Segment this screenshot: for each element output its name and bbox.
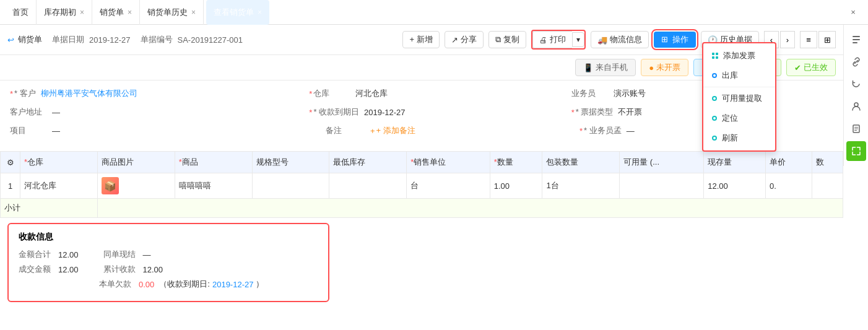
sidebar-log-icon[interactable]: [846, 119, 866, 139]
svg-rect-2: [853, 42, 857, 43]
list-view-button[interactable]: ≡: [800, 31, 817, 48]
menu-refresh[interactable]: 刷新: [703, 128, 775, 148]
product-image: 📦: [102, 177, 119, 194]
staff2-label: * 业务员孟: [584, 125, 622, 136]
tab-view-sales-order-close[interactable]: ×: [258, 8, 262, 17]
order-debt-date: 2019-12-27: [212, 280, 254, 289]
sidebar-refresh-icon[interactable]: [846, 74, 866, 94]
deal-amount-value: 12.00: [58, 265, 79, 274]
not-open-icon: ●: [649, 63, 654, 72]
effective-button[interactable]: ✔ 已生效: [786, 59, 836, 76]
grid-view-button[interactable]: ⊞: [818, 31, 836, 48]
tab-sales-order[interactable]: 销货单 ×: [92, 0, 140, 25]
warehouse-field: * 仓库 河北仓库: [309, 88, 571, 99]
not-open-ticket-button[interactable]: ● 未开票: [641, 59, 688, 76]
tab-inventory-init[interactable]: 库存期初 ×: [37, 0, 92, 25]
doc-title: ↩ 销货单: [7, 34, 42, 45]
copy-button-label: 复制: [503, 34, 519, 45]
row-no: 1: [1, 173, 20, 199]
sidebar-expand-icon[interactable]: [846, 141, 866, 161]
project-value: —: [52, 126, 60, 136]
new-button-label: + 新增: [409, 34, 432, 45]
tab-sales-order-close[interactable]: ×: [128, 8, 132, 17]
col-unit-price: 单价: [766, 152, 812, 173]
warehouse-required: *: [309, 89, 312, 98]
print-button[interactable]: 🖨 打印: [532, 31, 572, 48]
warehouse-label: 仓库: [313, 88, 350, 99]
operation-button[interactable]: ⊞ 操作: [654, 32, 696, 48]
share-button[interactable]: ↗ 分享: [445, 31, 484, 48]
order-debt-value: 0.00: [139, 280, 154, 289]
payment-date-value: 2019-12-27: [364, 108, 406, 117]
refresh-icon: [712, 136, 717, 141]
payment-date-label: * 收款到期日: [313, 106, 359, 118]
receipt-same-order-settle: 同单现结 —: [103, 249, 151, 260]
out-warehouse-label: 出库: [722, 70, 738, 81]
note-field: 备注 + + 添加备注: [326, 125, 579, 136]
doc-number-label: 单据编号: [141, 34, 173, 45]
product-table: ⚙ *仓库 商品图片 *商品 规格型号 最低库存 *销售单位 *数量 包装数量 …: [0, 151, 843, 218]
doc-number-field: 单据编号 SA-20191227-001: [141, 34, 243, 45]
share-icon: ↗: [451, 35, 458, 45]
ticket-type-value: 不开票: [618, 106, 642, 118]
subtotal-row: 小计: [1, 199, 843, 218]
col-qty: *数量: [490, 152, 542, 173]
tab-inventory-init-close[interactable]: ×: [80, 8, 84, 17]
refresh-label: 刷新: [722, 132, 738, 144]
customer-required: *: [10, 89, 13, 98]
share-button-label: 分享: [461, 34, 477, 45]
tab-view-sales-order-label: 查看销货单: [214, 7, 254, 18]
out-warehouse-icon: [712, 73, 717, 78]
window-close-button[interactable]: ×: [843, 2, 863, 22]
operation-dropdown-menu: 添加发票 出库 可用量提取 定位 刷新: [702, 42, 776, 152]
tab-sales-order-history[interactable]: 销货单历史 ×: [140, 0, 204, 25]
order-debt-label: 本单欠款: [99, 279, 131, 290]
receipt-cumulative: 累计收款 12.00: [103, 264, 163, 275]
ticket-type-label: * 票据类型: [576, 106, 614, 118]
cumulative-value: 12.00: [143, 265, 163, 274]
logistics-button[interactable]: 🚚 物流信息: [591, 31, 649, 48]
row-more: [812, 173, 843, 199]
tab-view-sales-order[interactable]: 查看销货单 ×: [206, 0, 269, 25]
project-label: 项目: [10, 125, 47, 136]
menu-add-invoice[interactable]: 添加发票: [703, 46, 775, 66]
ticket-type-required: *: [571, 108, 575, 117]
menu-locate[interactable]: 定位: [703, 108, 775, 128]
row-stock: 12.00: [704, 173, 766, 199]
tab-inventory-init-label: 库存期初: [44, 7, 76, 18]
tab-sales-order-history-close[interactable]: ×: [191, 8, 196, 17]
add-invoice-label: 添加发票: [723, 50, 755, 61]
same-order-settle-label: 同单现结: [103, 249, 136, 260]
doc-type-icon: ↩: [7, 35, 14, 45]
effective-label: 已生效: [804, 62, 828, 73]
sidebar-link-icon[interactable]: [846, 52, 866, 72]
from-mobile-label: 来自手机: [596, 62, 628, 73]
new-button[interactable]: + 新增: [402, 31, 439, 48]
sidebar-user-icon[interactable]: [846, 97, 866, 116]
receipt-row-3: 本单欠款 0.00 （收款到期日: 2019-12-27 ）: [19, 279, 318, 290]
from-mobile-button[interactable]: 📱 来自手机: [575, 59, 636, 76]
col-more: 数: [812, 152, 843, 173]
next-arrow[interactable]: ›: [780, 31, 795, 48]
copy-button[interactable]: ⧉ 复制: [488, 31, 526, 48]
tab-home[interactable]: 首页: [5, 0, 37, 25]
menu-available-qty[interactable]: 可用量提取: [703, 89, 775, 108]
doc-number-value: SA-20191227-001: [178, 35, 243, 45]
address-label: 客户地址: [10, 106, 47, 118]
menu-out-warehouse[interactable]: 出库: [703, 66, 775, 85]
payment-date-required: *: [309, 108, 312, 117]
doc-meta: 单据日期 2019-12-27 单据编号 SA-20191227-001: [52, 34, 243, 45]
staff-value: 演示账号: [614, 88, 646, 99]
total-amount-value: 12.00: [58, 250, 79, 259]
customer-value[interactable]: 柳州粤港平安气体有限公司: [41, 88, 137, 99]
effective-icon: ✔: [794, 63, 801, 72]
staff2-required: *: [579, 126, 583, 136]
tab-home-label: 首页: [12, 7, 28, 18]
operation-icon: ⊞: [661, 35, 668, 44]
close-icon: ×: [851, 7, 856, 17]
sidebar-details-icon[interactable]: [846, 30, 866, 50]
print-icon: 🖨: [539, 35, 547, 45]
print-dropdown-button[interactable]: ▾: [572, 32, 584, 47]
add-note-button[interactable]: + + 添加备注: [370, 125, 415, 136]
svg-rect-0: [853, 36, 860, 37]
